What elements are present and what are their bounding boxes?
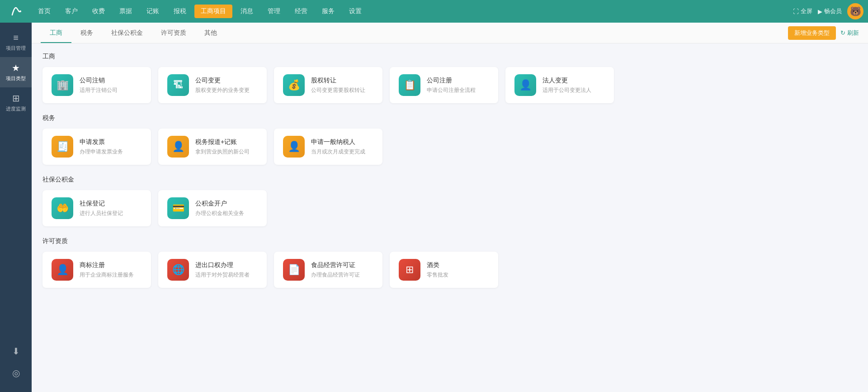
card-name: 法人变更 [542, 76, 591, 85]
card-name: 公司注销 [80, 76, 118, 85]
card-text: 酒类 零售批发 [427, 261, 448, 279]
card-股权转让[interactable]: 💰 股权转让 公司变更需要股权转让 [274, 67, 382, 103]
card-text: 公司注销 适用于注销公司 [80, 76, 118, 94]
content-area: 工商税务社保公积金许可资质其他 新增业务类型 ↻ 刷新 工商 🏢 公司注销 适用… [32, 23, 868, 392]
card-酒类[interactable]: ⊞ 酒类 零售批发 [390, 252, 498, 288]
card-desc: 办理食品经营许可证 [311, 271, 360, 279]
tab-税务[interactable]: 税务 [71, 24, 102, 43]
nav-item-收费[interactable]: 收费 [86, 5, 111, 18]
sidebar-label: 项目管理 [6, 45, 26, 52]
card-text: 法人变更 适用于公司变更法人 [542, 76, 591, 94]
fullscreen-icon: ⛶ [793, 8, 799, 15]
nav-items: 首页客户收费票据记账报税工商项目消息管理经营服务设置 [32, 5, 793, 18]
nav-item-记账[interactable]: 记账 [140, 5, 165, 18]
card-desc: 适用于公司变更法人 [542, 86, 591, 94]
card-icon: 🏗 [167, 74, 189, 96]
card-法人变更[interactable]: 👤 法人变更 适用于公司变更法人 [505, 67, 614, 103]
card-text: 社保登记 进行人员社保登记 [80, 200, 123, 217]
refresh-button[interactable]: ↻ 刷新 [840, 29, 859, 37]
nav-item-客户[interactable]: 客户 [59, 5, 84, 18]
main-content: 工商 🏢 公司注销 适用于注销公司 🏗 公司变更 股权变更外的业务变更 💰 股权… [32, 43, 868, 392]
sidebar-label: 进度监测 [6, 105, 26, 112]
cards-grid: 🧾 申请发票 办理申请发票业务 👤 税务报道+记账 拿到营业执照的新公司 👤 申… [42, 129, 857, 165]
nav-item-消息[interactable]: 消息 [234, 5, 259, 18]
section-title: 许可资质 [42, 237, 857, 245]
avatar[interactable]: 🐻 [847, 3, 863, 19]
sidebar-bottom-item[interactable]: ⬇ [0, 341, 32, 361]
card-公司注销[interactable]: 🏢 公司注销 适用于注销公司 [42, 67, 151, 103]
card-desc: 申请公司注册全流程 [427, 86, 476, 94]
card-进出口权办理[interactable]: 🌐 进出口权办理 适用于对外贸易经营者 [158, 252, 267, 288]
card-icon: 💰 [283, 74, 305, 96]
card-公司注册[interactable]: 📋 公司注册 申请公司注册全流程 [390, 67, 498, 103]
play-icon: ▶ [818, 8, 822, 15]
card-name: 社保登记 [80, 200, 123, 208]
vip-btn[interactable]: ▶ 畅会员 [818, 7, 842, 15]
fullscreen-btn[interactable]: ⛶ 全屏 [793, 7, 812, 15]
card-name: 申请一般纳税人 [311, 138, 365, 146]
logo [5, 4, 27, 19]
nav-item-管理[interactable]: 管理 [261, 5, 287, 18]
nav-item-工商项目[interactable]: 工商项目 [194, 5, 232, 18]
card-name: 酒类 [427, 261, 448, 269]
card-icon: 🏢 [52, 74, 73, 96]
sidebar-item-项目类型[interactable]: ★ 项目类型 [0, 57, 32, 87]
tab-许可资质[interactable]: 许可资质 [152, 24, 195, 43]
card-食品经营许可证[interactable]: 📄 食品经营许可证 办理食品经营许可证 [274, 252, 382, 288]
bottom-icon: ◎ [12, 368, 20, 378]
tab-其他[interactable]: 其他 [195, 24, 226, 43]
card-商标注册[interactable]: 👤 商标注册 用于企业商标注册服务 [42, 252, 151, 288]
card-icon: 👤 [52, 259, 73, 281]
svg-point-0 [19, 10, 21, 12]
card-公司变更[interactable]: 🏗 公司变更 股权变更外的业务变更 [158, 67, 267, 103]
card-公积金开户[interactable]: 💳 公积金开户 办理公积金相关业务 [158, 190, 267, 226]
card-desc: 拿到营业执照的新公司 [195, 148, 250, 156]
nav-item-服务[interactable]: 服务 [316, 5, 341, 18]
card-社保登记[interactable]: 🤲 社保登记 进行人员社保登记 [42, 190, 151, 226]
nav-item-首页[interactable]: 首页 [32, 5, 57, 18]
cards-grid: 🏢 公司注销 适用于注销公司 🏗 公司变更 股权变更外的业务变更 💰 股权转让 … [42, 67, 857, 103]
section-title: 税务 [42, 114, 857, 122]
card-text: 股权转让 公司变更需要股权转让 [311, 76, 365, 94]
main-layout: ≡ 项目管理 ★ 项目类型 ⊞ 进度监测 ⬇◎ 工商税务社保公积金许可资质其他 … [0, 23, 868, 392]
nav-item-设置[interactable]: 设置 [343, 5, 368, 18]
nav-item-经营[interactable]: 经营 [288, 5, 314, 18]
section-社保公积金: 社保公积金 🤲 社保登记 进行人员社保登记 💳 公积金开户 办理公积金相关业务 [42, 176, 857, 226]
nav-item-票据[interactable]: 票据 [113, 5, 138, 18]
card-icon: 👤 [514, 74, 536, 96]
section-许可资质: 许可资质 👤 商标注册 用于企业商标注册服务 🌐 进出口权办理 适用于对外贸易经… [42, 237, 857, 288]
card-icon: 📋 [399, 74, 420, 96]
nav-item-报税[interactable]: 报税 [167, 5, 193, 18]
card-name: 食品经营许可证 [311, 261, 360, 269]
top-navigation: 首页客户收费票据记账报税工商项目消息管理经营服务设置 ⛶ 全屏 ▶ 畅会员 🐻 [0, 0, 868, 23]
card-text: 公积金开户 办理公积金相关业务 [195, 200, 244, 217]
sidebar-item-进度监测[interactable]: ⊞ 进度监测 [0, 87, 32, 118]
card-icon: 📄 [283, 259, 305, 281]
card-申请发票[interactable]: 🧾 申请发票 办理申请发票业务 [42, 129, 151, 165]
card-name: 商标注册 [80, 261, 134, 269]
sidebar-item-项目管理[interactable]: ≡ 项目管理 [0, 27, 32, 57]
card-申请一般纳税人[interactable]: 👤 申请一般纳税人 当月或次月成变更完成 [274, 129, 382, 165]
new-type-button[interactable]: 新增业务类型 [788, 26, 836, 40]
sidebar-icon: ★ [12, 62, 20, 73]
sidebar-label: 项目类型 [6, 75, 26, 82]
card-name: 公积金开户 [195, 200, 244, 208]
cards-grid: 🤲 社保登记 进行人员社保登记 💳 公积金开户 办理公积金相关业务 [42, 190, 857, 226]
tab-工商[interactable]: 工商 [41, 24, 71, 43]
sidebar-bottom-item[interactable]: ◎ [0, 363, 32, 383]
section-工商: 工商 🏢 公司注销 适用于注销公司 🏗 公司变更 股权变更外的业务变更 💰 股权… [42, 53, 857, 103]
section-title: 工商 [42, 53, 857, 61]
refresh-icon: ↻ [840, 29, 845, 36]
card-text: 商标注册 用于企业商标注册服务 [80, 261, 134, 279]
card-icon: 💳 [167, 197, 189, 219]
card-icon: 🤲 [52, 197, 73, 219]
card-desc: 用于企业商标注册服务 [80, 271, 134, 279]
card-text: 公司变更 股权变更外的业务变更 [195, 76, 250, 94]
card-税务报道+记账[interactable]: 👤 税务报道+记账 拿到营业执照的新公司 [158, 129, 267, 165]
card-desc: 办理公积金相关业务 [195, 210, 244, 217]
card-desc: 进行人员社保登记 [80, 210, 123, 217]
card-text: 进出口权办理 适用于对外贸易经营者 [195, 261, 250, 279]
tab-社保公积金[interactable]: 社保公积金 [102, 24, 152, 43]
card-desc: 当月或次月成变更完成 [311, 148, 365, 156]
card-text: 税务报道+记账 拿到营业执照的新公司 [195, 138, 250, 156]
